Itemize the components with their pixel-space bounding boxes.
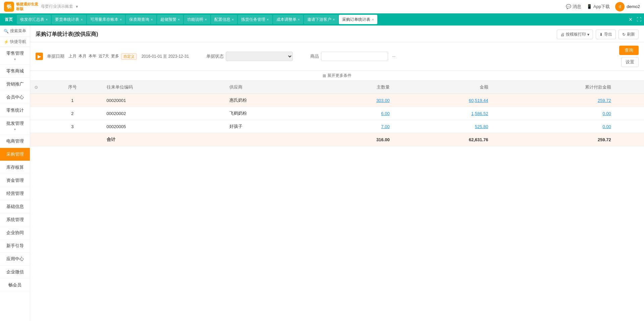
search-icon: 🔍 [4, 29, 9, 34]
table-body: 1 00020001 惠氏奶粉 303.00 60,519.44 259.72 … [30, 94, 644, 133]
sidebar-item-零售商城[interactable]: 零售商城 [0, 65, 30, 78]
template-print-button[interactable]: 🖨 按模板打印 ▾ [557, 30, 593, 39]
sidebar: 🔍 搜索菜单 ⚡ 快捷导航 零售管理 ▾零售商城营销推广会员中心零售统计批发管理… [0, 25, 30, 321]
breadcrumb-dropdown-icon[interactable]: ▾ [76, 4, 78, 9]
refresh-button[interactable]: ↻ 刷新 [619, 30, 639, 39]
column-settings-icon[interactable]: ⚙ [34, 85, 38, 90]
nav-tab-close-icon[interactable]: × [267, 17, 269, 21]
sidebar-item-新手引导[interactable]: 新手引导 [0, 239, 30, 253]
date-shortcut-this-month[interactable]: 本月 [78, 53, 87, 60]
nav-tab-close-icon[interactable]: × [151, 17, 153, 21]
sidebar-quick-nav[interactable]: ⚡ 快捷导航 [0, 37, 30, 47]
nav-tab-label: 拣货任务管理 [241, 17, 265, 22]
paid-link[interactable]: 259.72 [598, 98, 611, 103]
td-no: 3 [42, 120, 103, 133]
settings-button[interactable]: 设置 [621, 57, 639, 67]
app-download-button[interactable]: 📱 App下载 [587, 4, 610, 10]
paid-link[interactable]: 0.00 [602, 124, 611, 129]
sidebar-item-库存核算[interactable]: 库存核算 [0, 161, 30, 174]
sidebar-item-企业协同[interactable]: 企业协同 [0, 226, 30, 239]
nav-tab-拣货任务管理[interactable]: 拣货任务管理 × [238, 15, 272, 24]
sidebar-item-系统管理[interactable]: 系统管理 [0, 213, 30, 226]
sidebar-item-会员中心[interactable]: 会员中心 [0, 91, 30, 104]
logo-text: 畅捷通好生意 标版 [16, 2, 38, 11]
breadcrumb: 母婴行业演示账套 [41, 4, 73, 9]
sidebar-item-营销推广[interactable]: 营销推广 [0, 78, 30, 91]
quantity-link[interactable]: 6.00 [381, 111, 389, 116]
date-range-display: 2016-01-01 至 2023-12-31 [142, 54, 189, 59]
amount-link[interactable]: 525.80 [475, 124, 488, 129]
status-filter-select[interactable] [226, 52, 293, 61]
td-supplier: 好孩子 [225, 120, 317, 133]
td-extra [615, 94, 644, 107]
nav-tab-close-icon[interactable]: × [333, 17, 335, 21]
sidebar-item-零售管理[interactable]: 零售管理 ▾ [0, 47, 30, 65]
footer-quantity: 316.00 [317, 133, 394, 146]
paid-link[interactable]: 0.00 [602, 111, 611, 116]
goods-filter-input[interactable] [321, 52, 388, 61]
sidebar-search[interactable]: 🔍 搜索菜单 [0, 25, 30, 37]
th-unit-code: 往来单位编码 [103, 81, 225, 94]
amount-link[interactable]: 60,519.44 [469, 98, 488, 103]
close-window-icon[interactable]: ✕ [627, 17, 634, 22]
nav-tab-保质期查询[interactable]: 保质期查询 × [126, 15, 156, 24]
sidebar-item-label: 畅会员 [8, 282, 21, 288]
nav-tab-label: 成本调整单 [276, 17, 297, 22]
nav-tab-成本调整单[interactable]: 成本调整单 × [273, 15, 303, 24]
export-button[interactable]: ⬇ 导出 [596, 30, 616, 39]
date-shortcut-this-year[interactable]: 本年 [89, 53, 97, 60]
sidebar-item-零售统计[interactable]: 零售统计 [0, 104, 30, 117]
goods-more-icon[interactable]: ··· [392, 54, 395, 59]
expand-conditions-button[interactable]: ⊞ 展开更多条件 [323, 73, 352, 78]
td-extra [615, 107, 644, 120]
nav-tab-close-icon[interactable]: × [80, 17, 83, 21]
nav-tab-close-icon[interactable]: × [46, 17, 48, 21]
sidebar-item-应用中心[interactable]: 应用中心 [0, 253, 30, 266]
nav-tabs-window-actions: ✕ ⛶ [627, 17, 643, 22]
top-bar-left: 畅 畅捷通好生意 标版 母婴行业演示账套 ▾ [4, 2, 78, 12]
date-custom-tag[interactable]: 自定义 [121, 53, 137, 60]
sidebar-item-label: 库存核算 [6, 164, 24, 170]
td-settings [30, 107, 42, 120]
message-button[interactable]: 💬 消息 [566, 4, 581, 10]
nav-tab-close-icon[interactable]: × [298, 17, 300, 21]
sidebar-item-资金管理[interactable]: 资金管理 [0, 174, 30, 187]
query-button[interactable]: 查询 [619, 46, 639, 55]
nav-tab-label: 功能说明 [187, 17, 203, 22]
nav-tab-超储预警[interactable]: 超储预警 × [157, 15, 183, 24]
sidebar-item-基础信息[interactable]: 基础信息 [0, 200, 30, 213]
sidebar-item-畅会员[interactable]: 畅会员 [0, 279, 30, 292]
nav-tab-收发存汇总表[interactable]: 收发存汇总表 × [17, 15, 51, 24]
nav-tab-可用量库存账本[interactable]: 可用量库存账本 × [87, 15, 125, 24]
nav-tab-配置信息[interactable]: 配置信息 × [211, 15, 237, 24]
sidebar-item-采购管理[interactable]: 采购管理 [0, 148, 30, 161]
logo: 畅 畅捷通好生意 标版 [4, 2, 38, 12]
table-row: 2 00020002 飞鹤奶粉 6.00 1,586.52 0.00 [30, 107, 644, 120]
nav-tab-close-icon[interactable]: × [205, 17, 207, 21]
date-shortcut-more[interactable]: 更多 [111, 53, 119, 60]
quantity-link[interactable]: 7.00 [381, 124, 389, 129]
sidebar-item-经营管理[interactable]: 经营管理 [0, 187, 30, 200]
nav-tab-采购订单统计表[interactable]: 采购订单统计表 × [339, 15, 377, 24]
page-header: 采购订单统计表(按供应商) 🖨 按模板打印 ▾ ⬇ 导出 ↻ 刷新 [30, 25, 644, 42]
nav-tab-close-icon[interactable]: × [120, 17, 122, 21]
quantity-link[interactable]: 303.00 [376, 98, 390, 103]
date-shortcut-last-month[interactable]: 上月 [68, 53, 76, 60]
user-profile-button[interactable]: d demo2 [615, 2, 640, 11]
date-shortcut-7days[interactable]: 近7天 [99, 53, 109, 60]
avatar: d [615, 2, 625, 11]
nav-tab-要货单统计表[interactable]: 要货单统计表 × [52, 15, 86, 24]
maximize-window-icon[interactable]: ⛶ [635, 17, 643, 22]
filter-toggle-button[interactable]: ▶ [36, 53, 43, 60]
nav-tab-close-icon[interactable]: × [372, 17, 374, 21]
nav-tab-功能说明[interactable]: 功能说明 × [184, 15, 210, 24]
nav-tab-close-icon[interactable]: × [178, 17, 180, 21]
amount-link[interactable]: 1,586.52 [471, 111, 488, 116]
sidebar-item-电商管理[interactable]: 电商管理 [0, 135, 30, 148]
nav-tab-邀请下游客户[interactable]: 邀请下游客户 × [304, 15, 338, 24]
sidebar-item-批发管理[interactable]: 批发管理 ▾ [0, 117, 30, 135]
nav-tab-close-icon[interactable]: × [232, 17, 234, 21]
nav-tab-首页[interactable]: 首页 [1, 15, 16, 24]
nav-tab-label: 保质期查询 [129, 17, 149, 22]
sidebar-item-企业微信[interactable]: 企业微信 [0, 266, 30, 279]
